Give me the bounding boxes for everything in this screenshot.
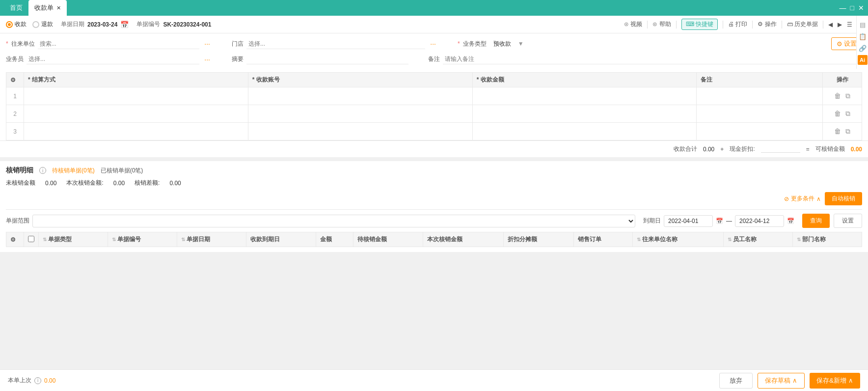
remark-input[interactable] [443, 54, 862, 64]
tab-receipt[interactable]: 收款单 ✕ [28, 0, 67, 16]
row-2-amount[interactable] [472, 105, 697, 123]
shortcut-btn[interactable]: ⌨ 快捷键 [681, 19, 718, 30]
row-1-account[interactable] [248, 87, 472, 105]
col-account: * 收款账号 [248, 73, 472, 87]
bt-col-pending: 待核销金额 [353, 232, 423, 247]
completed-tab[interactable]: 已核销单据(0笔) [101, 167, 143, 175]
tab-close-icon[interactable]: ✕ [56, 5, 61, 11]
nav-next-icon[interactable]: ▶ [838, 21, 842, 28]
filter-action-btns: 查询 设置 [802, 214, 862, 228]
salesman-more-btn[interactable]: ··· [202, 56, 212, 63]
form-row-2: 业务员 ··· 摘要 备注 [6, 54, 862, 64]
radio-refund[interactable]: 退款 [32, 20, 53, 28]
row-1-settle[interactable] [24, 87, 248, 105]
reconcile-section: 核销明细 i 待核销单据(0笔) 已核销单据(0笔) 未核销金额 0.00 本次… [0, 161, 868, 252]
range-select[interactable] [32, 215, 635, 227]
bt-col-current: 本次核销金额 [423, 232, 504, 247]
row-1-copy-icon[interactable]: ⧉ [844, 92, 852, 100]
sidebar-clipboard-icon[interactable]: 📋 [858, 31, 868, 41]
filter-settings-btn[interactable]: 设置 [834, 214, 862, 228]
row-3-settle[interactable] [24, 123, 248, 140]
video-btn[interactable]: ⊙ 视频 [624, 20, 642, 28]
nav-prev-icon[interactable]: ◀ [828, 21, 833, 28]
close-btn[interactable]: ✕ [858, 4, 864, 12]
sidebar-link-icon[interactable]: 🔗 [858, 43, 868, 53]
due-date-label: 到期日 [643, 217, 661, 225]
row-2-remark[interactable] [697, 105, 823, 123]
minimize-btn[interactable]: — [840, 4, 846, 12]
diff-label: 核销差额: [135, 179, 160, 187]
reconcile-stats: 未核销金额 0.00 本次核销金额: 0.00 核销差额: 0.00 [6, 179, 862, 187]
row-2-account[interactable] [248, 105, 472, 123]
tab-home-label: 首页 [10, 3, 23, 12]
bt-col-doc-type: ⇅ 单据类型 [39, 232, 108, 247]
sidebar-ai-icon[interactable]: Ai [858, 55, 868, 65]
summary-field: 摘要 [232, 54, 408, 64]
row-3-remark[interactable] [697, 123, 823, 140]
biz-type-value: 预收款 [489, 40, 515, 48]
row-2-settle[interactable] [24, 105, 248, 123]
row-3-account[interactable] [248, 123, 472, 140]
store-more-btn[interactable]: ··· [428, 40, 438, 48]
row-3-copy-icon[interactable]: ⧉ [844, 127, 852, 135]
divider-2 [676, 21, 677, 28]
row-1-remark[interactable] [697, 87, 823, 105]
help-btn[interactable]: ⊙ 帮助 [652, 20, 671, 28]
range-field: 单据范围 [6, 215, 635, 227]
counterparty-input[interactable] [38, 39, 200, 49]
doc-no-value: SK-20230324-001 [163, 21, 211, 28]
sidebar-table-icon[interactable]: ▤ [858, 20, 868, 29]
form-area: * 往来单位 ··· 门店 ··· * 业务类型 预收款 ▼ ⚙ [0, 33, 868, 72]
right-sidebar: ▤ 📋 🔗 Ai [856, 16, 868, 69]
reconcile-table: ⚙ ⇅ 单据类型 ⇅ 单据编号 ⇅ 单据日期 收款到期日 金额 待核销金额 本次… [6, 232, 862, 247]
date-from-icon[interactable]: 📅 [716, 218, 723, 224]
query-btn[interactable]: 查询 [802, 214, 830, 228]
plus-sign: + [720, 146, 724, 153]
uncleared-value: 0.00 [45, 180, 56, 187]
discount-input[interactable] [761, 145, 800, 153]
divider-1 [647, 21, 648, 28]
salesman-input[interactable] [27, 54, 199, 64]
date-to-icon[interactable]: 📅 [787, 218, 794, 224]
col-gear[interactable]: ⚙ [6, 73, 24, 87]
more-conditions-label: 更多条件 [791, 195, 814, 203]
col-amount: * 收款金额 [472, 73, 697, 87]
row-1-amount[interactable] [472, 87, 697, 105]
pending-tab[interactable]: 待核销单据(0笔) [52, 167, 95, 175]
equals-sign: = [806, 146, 810, 153]
bt-col-checkbox[interactable] [24, 232, 39, 247]
row-3-actions: 🗑 ⧉ [823, 123, 862, 140]
biz-type-dropdown-icon[interactable]: ▼ [518, 40, 524, 47]
auto-reconcile-btn[interactable]: 自动核销 [825, 192, 862, 205]
more-conditions-btn[interactable]: ⊘ 更多条件 ∧ [784, 195, 821, 203]
date-value: 2023-03-24 [87, 21, 117, 28]
history-btn[interactable]: 🗃 历史单据 [787, 20, 818, 28]
row-2-delete-icon[interactable]: 🗑 [833, 110, 842, 117]
list-view-icon[interactable]: ☰ [847, 21, 852, 28]
biz-type-req: * [458, 40, 460, 47]
bt-col-counterparty: ⇅ 往来单位名称 [632, 232, 723, 247]
store-input[interactable] [246, 39, 425, 49]
date-field: 单据日期 2023-03-24 📅 [61, 20, 129, 28]
date-to-input[interactable] [735, 215, 784, 227]
tab-bar: 首页 收款单 ✕ — □ ✕ [0, 0, 868, 16]
print-btn[interactable]: 🖨 打印 [728, 20, 747, 28]
row-3-delete-icon[interactable]: 🗑 [833, 127, 842, 135]
bt-col-amount: 金额 [316, 232, 353, 247]
maximize-btn[interactable]: □ [850, 4, 854, 12]
bt-col-gear[interactable]: ⚙ [6, 232, 24, 247]
counterparty-req: * [6, 40, 8, 47]
reconcile-info-icon[interactable]: i [39, 167, 46, 174]
row-2-copy-icon[interactable]: ⧉ [844, 110, 852, 117]
radio-receipt[interactable]: 收款 [6, 20, 27, 28]
ops-btn[interactable]: ⚙ 操作 [758, 20, 776, 28]
total-value: 0.00 [703, 146, 714, 153]
date-from-input[interactable] [664, 215, 713, 227]
tab-home[interactable]: 首页 [4, 0, 28, 16]
row-3-amount[interactable] [472, 123, 697, 140]
summary-input[interactable] [246, 54, 408, 64]
date-picker-icon[interactable]: 📅 [120, 21, 129, 28]
row-1-delete-icon[interactable]: 🗑 [833, 92, 842, 100]
counterparty-more-btn[interactable]: ··· [202, 40, 212, 48]
select-all-checkbox[interactable] [28, 236, 34, 242]
